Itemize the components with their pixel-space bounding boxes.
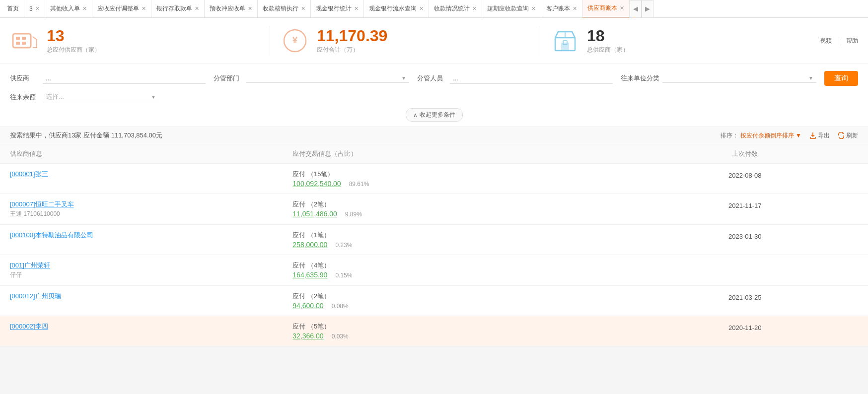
transaction-amount-link[interactable]: 100,092,540.00 xyxy=(292,180,341,188)
summary-info-ap-suppliers: 13 总应付供应商（家） xyxy=(47,27,100,54)
supplier-link[interactable]: [000007]恒旺二手叉车 xyxy=(10,200,74,208)
nav-tab-other-income[interactable]: 其他收入单 ✕ xyxy=(45,0,92,18)
sort-value[interactable]: 按应付余额倒序排序 ▼ xyxy=(740,132,801,139)
supplier-link[interactable]: [000002]李四 xyxy=(10,323,48,330)
svg-text:¥: ¥ xyxy=(292,35,297,45)
query-button[interactable]: 查询 xyxy=(824,71,858,86)
result-bar-right: 排序： 按应付余额倒序排序 ▼ 导出 刷新 xyxy=(721,131,858,140)
help-link[interactable]: 帮助 xyxy=(846,37,858,45)
transaction-label: 应付 （2笔） xyxy=(292,200,632,209)
transaction-row: 258,000.00 0.23% xyxy=(292,241,632,249)
transaction-amount-link[interactable]: 11,051,486.00 xyxy=(292,210,337,218)
transaction-cell: 应付 （5笔） 32,366.00 0.03% xyxy=(292,322,632,340)
nav-tab-overdue-query-close[interactable]: ✕ xyxy=(531,5,536,12)
transaction-pct: 0.15% xyxy=(335,272,352,279)
svg-rect-0 xyxy=(13,34,31,48)
nav-tab-customer-account-label: 客户账本 xyxy=(546,4,570,13)
filter-balance: 往来余额 选择... ▼ xyxy=(10,91,159,103)
nav-tab-collection-stat[interactable]: 收款情况统计 ✕ xyxy=(429,0,482,18)
refresh-button[interactable]: 刷新 xyxy=(838,131,858,140)
table-row: [000007]恒旺二手叉车 王通 17106110000 应付 （2笔） 11… xyxy=(0,194,868,225)
transaction-amount-link[interactable]: 164,635.90 xyxy=(292,271,327,279)
nav-tab-ap-adjust[interactable]: 应收应付调整单 ✕ xyxy=(92,0,151,18)
nav-arrow-left[interactable]: ◀ xyxy=(630,0,642,18)
video-link[interactable]: 视频 xyxy=(820,37,832,45)
nav-tab-supplier-account[interactable]: 供应商账本 ✕ xyxy=(582,0,630,18)
supplier-cell: [000001]张三 xyxy=(10,170,292,179)
nav-tab-home[interactable]: 首页 xyxy=(2,0,24,18)
nav-tab-bank-deposit-label: 银行存取款单 xyxy=(156,4,192,13)
col-header-lastpay: 上次付数 xyxy=(632,149,858,158)
filter-row-2: 往来余额 选择... ▼ xyxy=(10,91,159,103)
transaction-cell: 应付 （1笔） 258,000.00 0.23% xyxy=(292,231,632,249)
nav-tab-collection-exec[interactable]: 收款核销执行 ✕ xyxy=(258,0,311,18)
person-filter-input[interactable] xyxy=(450,73,613,84)
supplier-icon xyxy=(10,26,40,56)
transaction-pct: 0.08% xyxy=(332,303,349,310)
transaction-label: 应付 （5笔） xyxy=(292,322,632,331)
balance-filter-select[interactable]: 选择... ▼ xyxy=(43,91,159,103)
nav-tab-advance-offset-label: 预收冲应收单 xyxy=(210,4,245,13)
nav-tab-ap-adjust-close[interactable]: ✕ xyxy=(142,5,146,12)
nav-tab-collection-stat-close[interactable]: ✕ xyxy=(472,5,477,12)
export-button[interactable]: 导出 xyxy=(809,131,830,140)
nav-tab-cash-bank-flow-close[interactable]: ✕ xyxy=(419,5,424,12)
supplier-link[interactable]: [000001]张三 xyxy=(10,170,48,178)
transaction-cell: 应付 （15笔） 100,092,540.00 89.61% xyxy=(292,170,632,188)
nav-tab-customer-account-close[interactable]: ✕ xyxy=(573,5,577,12)
nav-tab-3-close[interactable]: ✕ xyxy=(35,5,40,12)
amount-icon: ¥ xyxy=(280,26,310,56)
supplier-link[interactable]: [001]广州荣轩 xyxy=(10,262,50,269)
table-row: [000002]李四 应付 （5笔） 32,366.00 0.03% 2020-… xyxy=(0,316,868,346)
transaction-row: 11,051,486.00 9.89% xyxy=(292,210,632,218)
col-header-transaction: 应付交易信息（占比） xyxy=(292,149,632,158)
svg-line-10 xyxy=(555,32,558,38)
supplier-filter-input[interactable] xyxy=(43,73,206,84)
nav-tab-bank-deposit[interactable]: 银行存取款单 ✕ xyxy=(151,0,205,18)
supplier-cell: [000012]广州贝瑞 xyxy=(10,292,292,301)
nav-tab-bank-deposit-close[interactable]: ✕ xyxy=(195,5,199,12)
nav-tab-overdue-query[interactable]: 超期应收款查询 ✕ xyxy=(482,0,541,18)
transaction-pct: 9.89% xyxy=(345,211,362,218)
nav-tab-cash-bank-stat-close[interactable]: ✕ xyxy=(354,5,359,12)
person-filter-label: 分管人员 xyxy=(417,74,447,83)
nav-tab-advance-offset-close[interactable]: ✕ xyxy=(248,5,252,12)
result-summary-text: 搜索结果中，供应商13家 应付金额 111,703,854.00元 xyxy=(10,131,162,140)
transaction-amount-link[interactable]: 32,366.00 xyxy=(292,332,323,340)
table-row: [001]广州荣轩 仔仔 应付 （4笔） 164,635.90 0.15% xyxy=(0,255,868,286)
dept-filter-label: 分管部门 xyxy=(214,74,243,83)
last-pay-cell xyxy=(632,261,858,263)
nav-tab-ap-adjust-label: 应收应付调整单 xyxy=(97,4,139,13)
dept-filter-select[interactable]: ▼ xyxy=(246,74,409,83)
nav-tab-supplier-account-label: 供应商账本 xyxy=(587,4,617,12)
transaction-amount-link[interactable]: 94,600.00 xyxy=(292,302,323,310)
nav-tab-3-label: 3 xyxy=(29,5,33,12)
summary-bar: 13 总应付供应商（家） ¥ 11,170.39 应付合计（万） xyxy=(0,18,868,64)
collapse-button[interactable]: ∧ 收起更多条件 xyxy=(406,108,463,122)
collapse-icon: ∧ xyxy=(413,112,418,119)
nav-tab-collection-exec-close[interactable]: ✕ xyxy=(301,5,305,12)
filter-person: 分管人员 xyxy=(417,73,613,84)
supplier-link[interactable]: [000100]本特勒油品有限公司 xyxy=(10,231,93,239)
nav-tab-advance-offset[interactable]: 预收冲应收单 ✕ xyxy=(205,0,258,18)
summary-info-ap-amount: 11,170.39 应付合计（万） xyxy=(317,27,387,54)
nav-tab-cash-bank-flow[interactable]: 现金银行流水查询 ✕ xyxy=(364,0,429,18)
supplier-link[interactable]: [000012]广州贝瑞 xyxy=(10,292,61,300)
nav-arrow-right[interactable]: ▶ xyxy=(642,0,653,18)
nav-tab-customer-account[interactable]: 客户账本 ✕ xyxy=(541,0,582,18)
last-pay-cell: 2021-11-17 xyxy=(632,200,858,209)
filter-supplier: 供应商 xyxy=(10,73,206,84)
last-pay-date: 2020-11-20 xyxy=(632,322,858,331)
transaction-row: 164,635.90 0.15% xyxy=(292,271,632,279)
nav-tab-3[interactable]: 3 ✕ xyxy=(24,0,45,18)
result-bar: 搜索结果中，供应商13家 应付金额 111,703,854.00元 排序： 按应… xyxy=(0,127,868,144)
nav-tab-supplier-account-close[interactable]: ✕ xyxy=(620,5,624,11)
transaction-cell: 应付 （2笔） 11,051,486.00 9.89% xyxy=(292,200,632,218)
transaction-label: 应付 （1笔） xyxy=(292,231,632,240)
transaction-row: 32,366.00 0.03% xyxy=(292,332,632,340)
category-filter-select[interactable]: ▼ xyxy=(662,74,816,83)
nav-tab-other-income-close[interactable]: ✕ xyxy=(82,5,87,12)
nav-tab-cash-bank-stat[interactable]: 现金银行统计 ✕ xyxy=(311,0,364,18)
balance-filter-value: 选择... xyxy=(46,92,64,101)
transaction-amount-link[interactable]: 258,000.00 xyxy=(292,241,327,249)
